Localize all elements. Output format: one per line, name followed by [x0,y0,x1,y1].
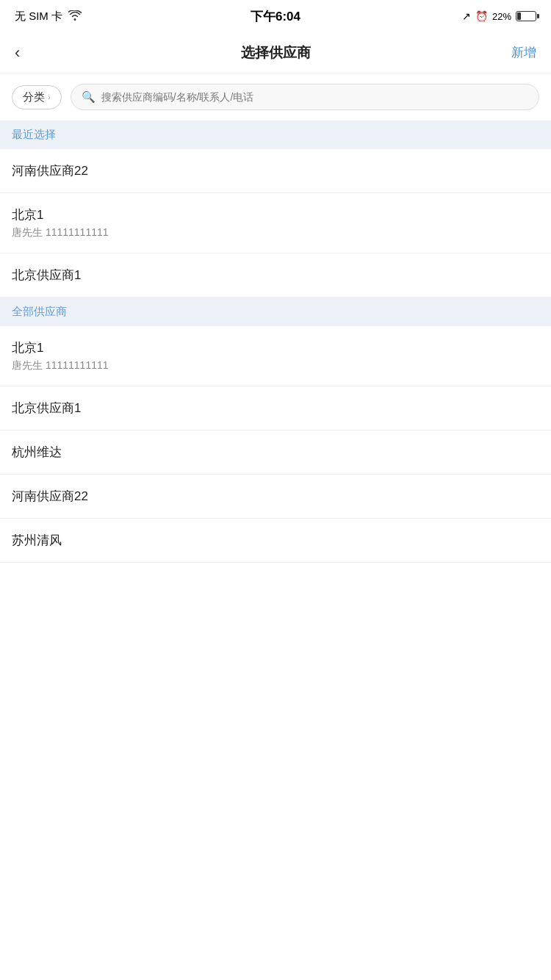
nav-bar: ‹ 选择供应商 新增 [0,32,551,73]
battery-percent: 22% [492,11,511,22]
all-list-item[interactable]: 苏州清风 [0,519,551,563]
status-bar: 无 SIM 卡 下午6:04 ↗ ⏰ 22% [0,0,551,32]
all-list-item[interactable]: 北京1 唐先生 11111111111 [0,326,551,386]
item-name: 北京供应商1 [12,400,539,417]
carrier-text: 无 SIM 卡 [15,10,62,24]
page-title: 选择供应商 [241,43,311,62]
recent-section-header: 最近选择 [0,120,551,149]
wifi-icon [68,10,82,23]
recent-list-item[interactable]: 河南供应商22 [0,149,551,193]
recent-items-list: 河南供应商22 北京1 唐先生 11111111111 北京供应商1 [0,149,551,298]
chevron-right-icon: › [48,93,51,101]
item-name: 苏州清风 [12,532,539,549]
add-button[interactable]: 新增 [511,44,536,61]
item-sub: 唐先生 11111111111 [12,226,539,239]
recent-section-label: 最近选择 [12,128,56,140]
status-right: ↗ ⏰ 22% [462,10,536,22]
all-list-item[interactable]: 北京供应商1 [0,386,551,430]
status-time: 下午6:04 [251,8,300,25]
all-items-list: 北京1 唐先生 11111111111 北京供应商1 杭州维达 河南供应商22 … [0,326,551,563]
filter-bar: 分类 › 🔍 [0,73,551,120]
all-list-item[interactable]: 杭州维达 [0,430,551,475]
category-label: 分类 [23,90,45,104]
item-name: 杭州维达 [12,444,539,461]
search-icon: 🔍 [82,90,96,104]
recent-list-item[interactable]: 北京1 唐先生 11111111111 [0,193,551,253]
item-name: 河南供应商22 [12,162,539,179]
status-left: 无 SIM 卡 [15,10,82,24]
search-box: 🔍 [71,84,539,110]
search-input[interactable] [101,91,528,103]
category-button[interactable]: 分类 › [12,85,62,109]
item-name: 北京1 [12,339,539,356]
all-section-label: 全部供应商 [12,305,67,317]
all-section-header: 全部供应商 [0,298,551,326]
recent-list-item[interactable]: 北京供应商1 [0,253,551,298]
item-name: 北京1 [12,206,539,223]
back-button[interactable]: ‹ [15,40,26,65]
battery-icon [516,11,536,21]
item-name: 北京供应商1 [12,267,539,284]
location-icon: ↗ [462,10,471,22]
all-list-item[interactable]: 河南供应商22 [0,475,551,519]
alarm-icon: ⏰ [475,10,488,22]
item-name: 河南供应商22 [12,488,539,505]
item-sub: 唐先生 11111111111 [12,359,539,372]
